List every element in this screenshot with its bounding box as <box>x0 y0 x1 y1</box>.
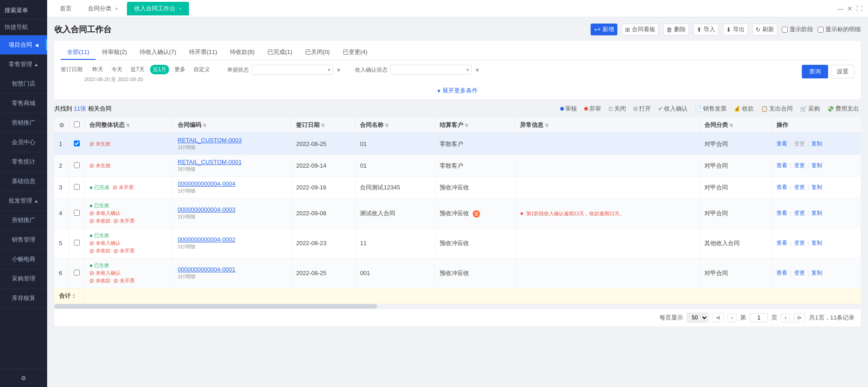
row-checkbox[interactable] <box>69 177 85 198</box>
date-today[interactable]: 今天 <box>109 65 125 74</box>
status-tab-pending-review[interactable]: 待审核(2) <box>96 45 133 60</box>
change-link[interactable]: 变更 <box>794 184 805 190</box>
sidebar-item-smart-store[interactable]: 智慧门店 <box>0 74 47 94</box>
toolbar-purchase[interactable]: 🛒 采购 <box>798 104 822 114</box>
board-button[interactable]: ⊞ 合同看板 <box>622 24 659 35</box>
tab-income-contract[interactable]: 收入合同工作台 × <box>127 2 189 15</box>
horizontal-scrollbar[interactable] <box>54 304 861 309</box>
sidebar-item-retail-mgmt[interactable]: 零售管理 ▲ <box>0 55 47 74</box>
sidebar-quick-nav[interactable]: 快捷导航 <box>0 19 47 35</box>
th-date[interactable]: 签订日期 <box>291 117 355 133</box>
contract-code-link[interactable]: 0000000000004-0001 <box>178 266 235 273</box>
doc-status-select[interactable] <box>252 65 333 75</box>
status-tab-pending-confirm[interactable]: 待收入确认(7) <box>133 45 183 60</box>
th-category[interactable]: 合同分类 <box>699 117 772 133</box>
change-link[interactable]: 变更 <box>794 270 805 276</box>
sidebar-item-marketing2[interactable]: 营销推广 <box>0 211 47 230</box>
confirm-status-select[interactable] <box>390 65 472 75</box>
th-gear[interactable]: ⚙ <box>54 117 69 133</box>
change-link[interactable]: 变更 <box>794 240 805 246</box>
toolbar-expense[interactable]: 📋 支出合同 <box>759 104 795 114</box>
export-button[interactable]: ⬇ 导出 <box>723 24 748 35</box>
next-page-btn[interactable]: › <box>781 313 790 322</box>
change-link[interactable]: 变更 <box>794 210 805 216</box>
minimize-icon[interactable]: — <box>837 5 844 12</box>
change-link[interactable]: 变更 <box>794 140 805 147</box>
contract-code-link[interactable]: 0000000000004-0003 <box>178 206 235 213</box>
status-tab-pending-payment[interactable]: 待收款(8) <box>223 45 261 60</box>
status-tab-all[interactable]: 全部(11) <box>61 45 96 60</box>
view-link[interactable]: 查看 <box>776 270 787 276</box>
view-link[interactable]: 查看 <box>776 240 787 246</box>
sidebar-item-ecommerce[interactable]: 小畅电商 <box>0 250 47 269</box>
copy-link[interactable]: 复制 <box>811 140 822 147</box>
prev-page-btn[interactable]: ‹ <box>727 313 737 322</box>
toolbar-invoice[interactable]: 📄 销售发票 <box>693 104 728 114</box>
copy-link[interactable]: 复制 <box>811 270 822 276</box>
select-all-checkbox[interactable] <box>74 121 80 127</box>
sidebar-item-retail-stats[interactable]: 零售统计 <box>0 152 47 172</box>
row-checkbox[interactable] <box>69 198 85 228</box>
sidebar-settings[interactable]: ⚙ <box>0 369 47 387</box>
th-customer[interactable]: 结算客户 <box>435 117 515 133</box>
change-link[interactable]: 变更 <box>794 162 805 169</box>
date-1month[interactable]: 近1月 <box>150 65 170 74</box>
maximize-icon[interactable]: ⛶ <box>856 5 863 12</box>
sidebar-item-purchase-mgmt[interactable]: 采购管理 <box>0 269 47 289</box>
toolbar-abandon[interactable]: 弃审 <box>582 104 603 114</box>
th-code[interactable]: 合同编码 <box>173 117 291 133</box>
page-number-input[interactable] <box>750 313 768 322</box>
sidebar-search[interactable]: 搜索菜单 <box>0 0 47 19</box>
sidebar-item-inventory[interactable]: 库存核算 <box>0 289 47 308</box>
tab-contract-category[interactable]: 合同分类 × <box>81 2 125 15</box>
new-button[interactable]: + + 新增 <box>591 24 617 35</box>
sidebar-item-basic-info[interactable]: 基础信息 <box>0 172 47 191</box>
sidebar-item-member-center[interactable]: 会员中心 <box>0 133 47 152</box>
contract-code-link[interactable]: RETAIL_CUSTOM-0001 <box>178 159 242 165</box>
toolbar-fee-out[interactable]: 💸 费用支出 <box>825 104 861 114</box>
toolbar-review[interactable]: 审核 <box>558 104 579 114</box>
status-tab-pending-invoice[interactable]: 待开票(11) <box>183 45 223 60</box>
close-window-icon[interactable]: ✕ <box>847 5 853 12</box>
settings-button[interactable]: 设置 <box>831 65 854 78</box>
delete-button[interactable]: 🗑 删除 <box>663 24 689 35</box>
sidebar-item-retail-mall[interactable]: 零售商城 <box>0 94 47 113</box>
view-link[interactable]: 查看 <box>776 184 787 190</box>
row-checkbox[interactable] <box>69 258 85 288</box>
status-tab-closed[interactable]: 已关闭(0) <box>299 45 336 60</box>
toolbar-confirm[interactable]: ✔ 收入确认 <box>656 104 689 114</box>
date-yesterday[interactable]: 昨天 <box>90 65 106 74</box>
view-link[interactable]: 查看 <box>776 162 787 169</box>
view-link[interactable]: 查看 <box>776 210 787 216</box>
per-page-select[interactable]: 50 <box>687 313 708 323</box>
import-button[interactable]: ⬆ 导入 <box>693 24 718 35</box>
copy-link[interactable]: 复制 <box>811 210 822 216</box>
th-status[interactable]: 合同整体状态 <box>85 117 173 133</box>
sidebar-item-sales-mgmt[interactable]: 销售管理 <box>0 230 47 250</box>
row-checkbox[interactable] <box>69 133 85 155</box>
contract-code-link[interactable]: 0000000000004-0004 <box>178 180 235 187</box>
sidebar-item-marketing[interactable]: 营销推广 <box>0 113 47 133</box>
scroll-thumb[interactable] <box>54 304 377 309</box>
tab-home[interactable]: 首页 <box>53 2 79 15</box>
toolbar-close[interactable]: ⊡ 关闭 <box>606 104 628 114</box>
th-exception[interactable]: 异常信息 <box>515 117 699 133</box>
copy-link[interactable]: 复制 <box>811 162 822 169</box>
tab-close-contract-category[interactable]: × <box>115 6 118 11</box>
date-more[interactable]: 更多 <box>172 65 188 74</box>
th-name[interactable]: 合同名称 <box>355 117 435 133</box>
expand-button[interactable]: ▾ 展开更多条件 <box>437 87 478 95</box>
sidebar-item-project-contract[interactable]: 项目合同 ◀ <box>0 35 47 55</box>
row-checkbox[interactable] <box>69 155 85 177</box>
show-detail-checkbox[interactable]: 显示标的明细 <box>818 25 861 34</box>
query-button[interactable]: 查询 <box>802 65 828 78</box>
tab-close-income-contract[interactable]: × <box>179 6 182 11</box>
view-link[interactable]: 查看 <box>776 140 787 147</box>
toolbar-open[interactable]: ⊞ 打开 <box>631 104 653 114</box>
refresh-button[interactable]: ↻ 刷新 <box>752 24 777 35</box>
row-checkbox[interactable] <box>69 228 85 258</box>
status-tab-changed[interactable]: 已变更(4) <box>336 45 374 60</box>
contract-code-link[interactable]: RETAIL_CUSTOM-0003 <box>178 137 242 144</box>
toolbar-payment[interactable]: 💰 收款 <box>732 104 756 114</box>
first-page-btn[interactable]: ⊲ <box>712 313 724 322</box>
